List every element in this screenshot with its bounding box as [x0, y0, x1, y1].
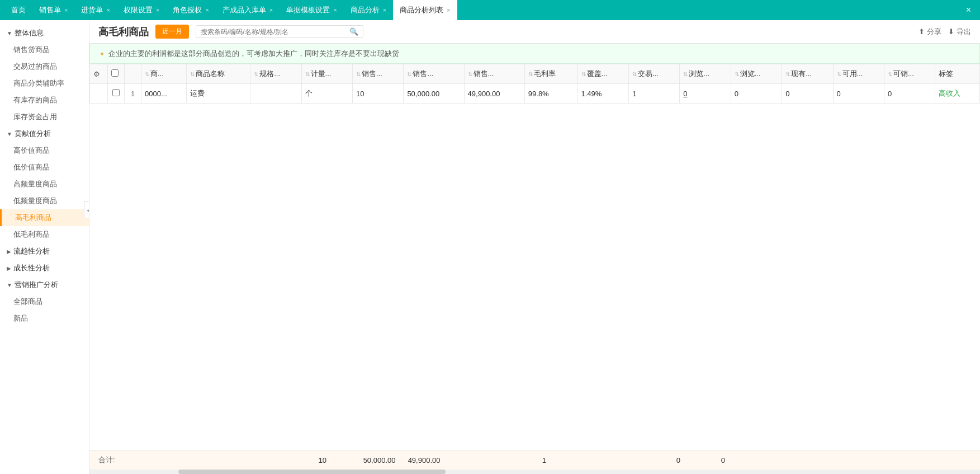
close-all-button[interactable]: ×: [962, 5, 976, 15]
sort-icon-name[interactable]: ⇅: [190, 71, 195, 77]
close-analysis-list-tab[interactable]: ×: [447, 7, 450, 13]
table-container: ⚙ ⇅ 商...: [89, 64, 980, 450]
table-header-row: ⚙ ⇅ 商...: [90, 64, 980, 84]
row-sales-qty-cell: 10: [352, 84, 403, 104]
sort-icon-unit[interactable]: ⇅: [305, 71, 310, 77]
nav-tab-product-entry[interactable]: 产成品入库单 ×: [216, 0, 280, 20]
sort-icon-browse1[interactable]: ⇅: [683, 71, 688, 77]
sort-icon-browse2[interactable]: ⇅: [735, 71, 739, 77]
nav-tab-home[interactable]: 首页: [4, 0, 32, 20]
col-browse1: ⇅ 浏览...: [680, 64, 731, 84]
sort-icon-available1[interactable]: ⇅: [785, 71, 790, 77]
share-button[interactable]: ⬆ 分享: [919, 27, 941, 37]
col-settings[interactable]: ⚙: [90, 64, 108, 84]
sort-icon-sales-qty[interactable]: ⇅: [356, 71, 361, 77]
filter-recent-month-button[interactable]: 近一月: [155, 25, 189, 39]
close-roles-tab[interactable]: ×: [205, 7, 209, 13]
sort-icon-transaction[interactable]: ⇅: [632, 71, 637, 77]
row-spec-cell: [250, 84, 301, 104]
data-table: ⚙ ⇅ 商...: [89, 64, 980, 104]
nav-tab-roles[interactable]: 角色授权 ×: [166, 0, 215, 20]
settings-icon[interactable]: ⚙: [93, 70, 100, 78]
col-transaction: ⇅ 交易...: [628, 64, 679, 84]
sidebar-item-high-freq[interactable]: 高频量度商品: [0, 176, 89, 193]
sidebar-item-high-value[interactable]: 高价值商品: [0, 142, 89, 159]
nav-tab-sales[interactable]: 销售单 ×: [32, 0, 74, 20]
close-purchase-tab[interactable]: ×: [106, 7, 110, 13]
sort-icon-coverage[interactable]: ⇅: [581, 71, 586, 77]
row-code-cell[interactable]: 0000...: [141, 84, 187, 104]
nav-tab-analysis[interactable]: 商品分析 ×: [344, 0, 393, 20]
close-permissions-tab[interactable]: ×: [156, 7, 159, 13]
sidebar-item-all-products[interactable]: 全部商品: [0, 293, 89, 310]
horizontal-scrollbar[interactable]: [89, 470, 980, 474]
select-all-checkbox[interactable]: [111, 69, 119, 77]
nav-tab-purchase[interactable]: 进货单 ×: [74, 0, 116, 20]
search-input[interactable]: [201, 28, 349, 36]
sidebar-item-low-value[interactable]: 低价值商品: [0, 159, 89, 176]
sidebar-item-stocked-products[interactable]: 有库存的商品: [0, 92, 89, 109]
close-analysis-tab[interactable]: ×: [383, 7, 386, 13]
table-row: 1 0000... 运费 个 10 50,000.00 49,900.00 99…: [90, 84, 980, 104]
col-rownum: [125, 64, 141, 84]
row-checkbox-cell[interactable]: [108, 84, 125, 104]
sort-icon-code[interactable]: ⇅: [145, 71, 149, 77]
share-icon: ⬆: [919, 27, 925, 36]
col-sales-qty: ⇅ 销售...: [352, 64, 403, 84]
search-icon[interactable]: 🔍: [349, 27, 358, 36]
nav-tab-permissions[interactable]: 权限设置 ×: [117, 0, 166, 20]
sidebar-item-analysis-assist[interactable]: 商品分类辅助率: [0, 75, 89, 92]
sidebar-item-stock-capital[interactable]: 库存资金占用: [0, 109, 89, 125]
sort-icon-available2[interactable]: ⇅: [837, 71, 841, 77]
nav-tab-analysis-list[interactable]: 商品分析列表 ×: [393, 0, 457, 20]
sort-icon-sales-cost[interactable]: ⇅: [468, 71, 472, 77]
sidebar-item-high-margin[interactable]: 高毛利商品: [0, 209, 89, 226]
sidebar-item-sales-products[interactable]: 销售货商品: [0, 41, 89, 58]
row-browse1-cell[interactable]: 0: [680, 84, 731, 104]
row-saleable-cell: 0: [884, 84, 935, 104]
col-available1: ⇅ 现有...: [782, 64, 833, 84]
group-arrow-trend: ▶: [7, 248, 11, 255]
sort-icon-saleable[interactable]: ⇅: [888, 71, 892, 77]
close-template-tab[interactable]: ×: [333, 7, 337, 13]
sidebar-item-low-freq[interactable]: 低频量度商品: [0, 193, 89, 209]
row-coverage-cell: 1.49%: [577, 84, 628, 104]
sidebar-group-trend[interactable]: ▶ 流趋性分析: [0, 243, 89, 260]
group-arrow-marketing: ▼: [7, 282, 12, 288]
sort-icon-margin-rate[interactable]: ⇅: [528, 71, 533, 77]
row-transaction-cell: 1: [628, 84, 679, 104]
sidebar-group-growth[interactable]: ▶ 成长性分析: [0, 260, 89, 276]
row-sales-cost-cell: 49,900.00: [464, 84, 524, 104]
footer-sales-amount: 50,000.00: [360, 456, 405, 464]
footer-sales-qty: 10: [315, 456, 360, 464]
sort-icon-spec[interactable]: ⇅: [254, 71, 258, 77]
col-unit: ⇅ 计量...: [301, 64, 352, 84]
footer-sales-cost: 49,900.00: [405, 456, 449, 464]
row-settings-cell: [90, 84, 108, 104]
col-coverage: ⇅ 覆盖...: [577, 64, 628, 84]
sidebar-group-marketing[interactable]: ▼ 营销推广分析: [0, 276, 89, 293]
footer-available2: 0: [718, 456, 763, 464]
sidebar-collapse-button[interactable]: ◀: [84, 201, 89, 218]
sort-icon-sales-amount[interactable]: ⇅: [407, 71, 411, 77]
sidebar-item-low-margin[interactable]: 低毛利商品: [0, 226, 89, 243]
footer-values: 10 50,000.00 49,900.00 1 0 0: [124, 456, 971, 464]
close-product-entry-tab[interactable]: ×: [269, 7, 273, 13]
info-bar: ✦ 企业的主要的利润都是这部分商品创造的，可考虑加大推广，同时关注库存是不要出现…: [89, 44, 980, 64]
sidebar-item-traded-products[interactable]: 交易过的商品: [0, 58, 89, 75]
page-title: 高毛利商品: [98, 25, 149, 39]
group-arrow-financial: ▼: [7, 131, 12, 137]
group-arrow-growth: ▶: [7, 265, 11, 271]
header-actions: ⬆ 分享 ⬇ 导出: [919, 27, 971, 37]
row-available2-cell: 0: [833, 84, 884, 104]
top-navigation: 首页 销售单 × 进货单 × 权限设置 × 角色授权 × 产成品入库单 × 单据…: [0, 0, 980, 20]
export-button[interactable]: ⬇ 导出: [948, 27, 971, 37]
footer-available1: 0: [673, 456, 718, 464]
export-icon: ⬇: [948, 27, 954, 36]
close-sales-tab[interactable]: ×: [64, 7, 68, 13]
sidebar-group-financial[interactable]: ▼ 贡献值分析: [0, 125, 89, 142]
col-sales-cost: ⇅ 销售...: [464, 64, 524, 84]
sidebar-group-overall[interactable]: ▼ 整体信息: [0, 25, 89, 41]
nav-tab-template[interactable]: 单据模板设置 ×: [280, 0, 343, 20]
sidebar-item-new-products[interactable]: 新品: [0, 310, 89, 327]
